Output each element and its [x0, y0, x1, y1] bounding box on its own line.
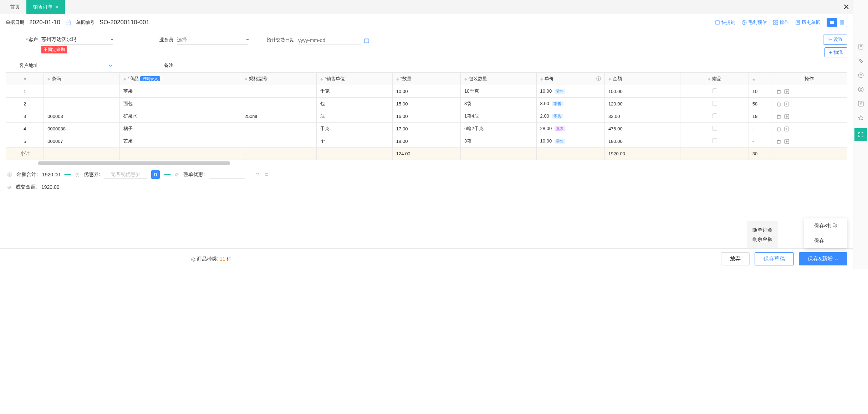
sales-input[interactable]: ··· — [177, 35, 248, 45]
cell-barcode[interactable] — [44, 98, 120, 110]
doc-icon[interactable] — [857, 43, 865, 51]
link-history[interactable]: 历史单据 — [795, 19, 820, 26]
calendar-icon[interactable] — [65, 19, 71, 25]
cell-price[interactable]: 10.00 零售 — [536, 135, 604, 148]
logistics-button[interactable]: +物流 — [824, 47, 847, 57]
cell-barcode[interactable]: 000003 — [44, 110, 120, 123]
chevron-up-icon[interactable]: ︿ — [835, 257, 838, 262]
cell-product[interactable]: 芒果 — [119, 135, 241, 148]
col-qty[interactable]: ◆*数量 — [392, 73, 460, 85]
link-profit[interactable]: ¥毛利预估 — [742, 19, 767, 26]
expand-icon[interactable] — [854, 128, 867, 141]
col-spec[interactable]: ◆规格型号 — [241, 73, 317, 85]
cell-qty[interactable]: 16.00 — [392, 110, 460, 123]
cell-unit[interactable]: 包 — [317, 98, 393, 110]
exchange-icon[interactable] — [857, 71, 865, 79]
cell-spec[interactable]: 250ml — [241, 110, 317, 123]
cell-amount[interactable]: 120.00 — [604, 98, 680, 110]
addr-input[interactable] — [41, 60, 113, 70]
save-option[interactable]: 保存 — [804, 233, 847, 248]
delete-icon[interactable] — [775, 88, 783, 94]
cell-spec[interactable] — [241, 98, 317, 110]
delivery-input[interactable] — [298, 35, 369, 46]
remark-input[interactable] — [177, 60, 248, 70]
cell-product[interactable]: 橘子 — [119, 123, 241, 135]
gift-checkbox[interactable] — [712, 138, 717, 143]
col-settings[interactable] — [6, 73, 44, 85]
cell-qty[interactable]: 15.00 — [392, 98, 460, 110]
draft-button[interactable]: 保存草稿 — [755, 252, 794, 265]
col-product[interactable]: ◆*商品扫码录入 — [119, 73, 241, 85]
cell-packqty[interactable]: 10千克 — [461, 85, 537, 98]
cell-amount[interactable]: 100.00 — [604, 85, 680, 98]
add-icon[interactable] — [783, 101, 791, 106]
cell-amount[interactable]: 180.00 — [604, 135, 680, 148]
cell-unit[interactable]: 千克 — [317, 123, 393, 135]
settings-button[interactable]: 设置 — [823, 35, 847, 45]
cell-packqty[interactable]: 1箱4瓶 — [461, 110, 537, 123]
cell-ext[interactable]: - — [749, 135, 771, 148]
star-icon[interactable] — [857, 114, 865, 122]
cell-gift[interactable] — [680, 123, 749, 135]
cell-packqty[interactable]: 3袋 — [461, 98, 537, 110]
cell-spec[interactable] — [241, 85, 317, 98]
cell-price[interactable]: 8.00 零售 — [536, 98, 604, 110]
cell-product[interactable]: 矿泉水 — [119, 110, 241, 123]
cell-barcode[interactable]: 000007 — [44, 135, 120, 148]
col-unit[interactable]: ◆*销售单位 — [317, 73, 393, 85]
cell-unit[interactable]: 瓶 — [317, 110, 393, 123]
cell-ext[interactable]: 10 — [749, 85, 771, 98]
cell-gift[interactable] — [680, 135, 749, 148]
table-row[interactable]: 2面包包15.003袋8.00 零售120.0058 — [6, 98, 847, 110]
more-icon[interactable]: ··· — [246, 37, 248, 42]
cell-ext[interactable]: - — [749, 123, 771, 135]
gift-checkbox[interactable] — [712, 126, 717, 131]
cell-gift[interactable] — [680, 98, 749, 110]
cell-qty[interactable]: 17.00 — [392, 123, 460, 135]
refresh-icon[interactable] — [151, 170, 160, 179]
link-icon[interactable] — [857, 57, 865, 65]
cell-unit[interactable]: 千克 — [317, 85, 393, 98]
cell-qty[interactable]: 18.00 — [392, 135, 460, 148]
chevron-down-icon[interactable] — [108, 62, 113, 68]
view-list-icon[interactable] — [827, 18, 837, 27]
view-grid-icon[interactable] — [837, 18, 847, 27]
cell-packqty[interactable]: 6箱2千克 — [461, 123, 537, 135]
cell-spec[interactable] — [241, 123, 317, 135]
more-icon[interactable]: ··· — [111, 37, 113, 42]
table-row[interactable]: 5000007芒果个18.003箱10.00 零售180.00- — [6, 135, 847, 148]
gift-checkbox[interactable] — [712, 113, 717, 118]
cell-unit[interactable]: 个 — [317, 135, 393, 148]
cell-ext[interactable]: 19 — [749, 110, 771, 123]
cell-ext[interactable]: 58 — [749, 98, 771, 110]
date-value[interactable]: 2020-01-10 — [29, 19, 60, 26]
add-icon[interactable] — [783, 126, 791, 131]
gift-checkbox[interactable] — [712, 88, 717, 93]
horizontal-scrollbar[interactable] — [38, 161, 230, 165]
delete-icon[interactable] — [775, 101, 783, 106]
delete-icon[interactable] — [775, 113, 783, 119]
tab-home[interactable]: 首页 — [4, 0, 26, 14]
cell-price[interactable]: 28.00 批发 — [536, 123, 604, 135]
add-icon[interactable] — [783, 88, 791, 94]
col-packqty[interactable]: ◆包装数量 — [461, 73, 537, 85]
cell-product[interactable]: 苹果 — [119, 85, 241, 98]
abandon-button[interactable]: 放弃 — [721, 252, 750, 265]
add-icon[interactable] — [783, 138, 791, 144]
delete-icon[interactable] — [775, 138, 783, 144]
cell-product[interactable]: 面包 — [119, 98, 241, 110]
coupon-input[interactable] — [104, 170, 147, 179]
table-row[interactable]: 1苹果千克10.0010千克10.00 零售100.0010 — [6, 85, 847, 98]
table-row[interactable]: 3000003矿泉水250ml瓶16.001箱4瓶2.00 零售32.0019 — [6, 110, 847, 123]
col-gift[interactable]: ◆赠品 — [680, 73, 749, 85]
link-shortcuts[interactable]: 快捷键 — [715, 19, 735, 26]
col-price[interactable]: ◆单价ⓘ — [536, 73, 604, 85]
col-amount[interactable]: ◆金额 — [604, 73, 680, 85]
save-print-option[interactable]: 保存&打印 — [804, 218, 847, 233]
cell-amount[interactable]: 476.00 — [604, 123, 680, 135]
delete-icon[interactable] — [775, 126, 783, 131]
scan-tag[interactable]: 扫码录入 — [140, 76, 160, 81]
user-icon[interactable] — [857, 86, 865, 93]
cell-barcode[interactable]: 0000088 — [44, 123, 120, 135]
gift-checkbox[interactable] — [712, 101, 717, 106]
